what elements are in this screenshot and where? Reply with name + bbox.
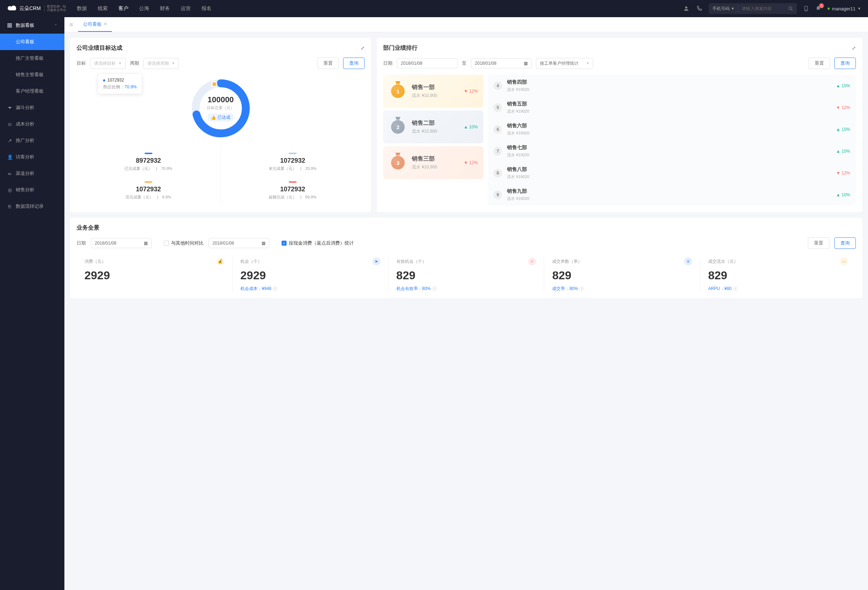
overview-title: 业务全景 xyxy=(77,224,99,232)
tab-company-board[interactable]: 公司看板 ✕ xyxy=(78,17,112,32)
tabbar: 公司看板 ✕ xyxy=(64,17,868,32)
rank-top3: 1销售一部流水 ¥10,900▼ 12%2销售二部流水 ¥10,900▲ 10%… xyxy=(383,75,483,206)
date-from[interactable]: 2018/01/08 xyxy=(397,58,458,68)
topnav-item[interactable]: 线索 xyxy=(98,5,108,12)
stat-type-select[interactable]: 按工单客户经理统计▼ xyxy=(536,58,593,69)
kpi-cell: 成交流水（元）▭829ARPU：¥80 ? xyxy=(700,257,856,292)
overview-card: 业务全景 日期 2018/01/08▦ 与其他时间对比 2018/01/08▦ … xyxy=(70,218,862,298)
topnav-item[interactable]: 运营 xyxy=(181,5,191,12)
sidebar-sub-item[interactable]: 推广主管看板 xyxy=(0,50,64,66)
stats-grid: 8972932已完成量（元） | 70.9%1072932未完成量（元） | 2… xyxy=(77,148,365,205)
overview-date1[interactable]: 2018/01/08▦ xyxy=(91,238,152,248)
query-button[interactable]: 查询 xyxy=(343,57,365,69)
rank-row: 6销售六部流水 ¥19020▲ 10% xyxy=(488,118,856,140)
cash-checkbox[interactable]: ✓按现金消费（返点后消费）统计 xyxy=(282,240,354,246)
calendar-icon: ▦ xyxy=(261,241,266,246)
sidebar-group-dashboard[interactable]: 数据看板 ⌃ xyxy=(0,17,64,34)
sidebar-item[interactable]: ◎销售分析 xyxy=(0,182,64,198)
topbar: 云朵CRM 教育机构一站式服务云平台 数据线索客户公海财务运营报名 手机号码 ▼… xyxy=(0,0,868,17)
sidebar-item[interactable]: ⎘数据流转记录 xyxy=(0,198,64,215)
query-button[interactable]: 查询 xyxy=(834,237,856,249)
period-select[interactable]: 请选择周期▼ xyxy=(143,58,179,69)
mobile-icon[interactable] xyxy=(803,5,809,12)
rank-rest: 4销售四部流水 ¥19020▲ 10%5销售五部流水 ¥19020▼ 12%6销… xyxy=(488,75,856,206)
calendar-icon: ▦ xyxy=(144,241,148,246)
search-group: 手机号码 ▼ xyxy=(709,3,797,14)
topnav-item[interactable]: 公海 xyxy=(139,5,149,12)
svg-rect-6 xyxy=(8,26,9,27)
sidebar-item[interactable]: ⏷漏斗分析 xyxy=(0,99,64,116)
chevron-down-icon: ▼ xyxy=(858,7,861,10)
overview-date2[interactable]: 2018/01/08▦ xyxy=(208,238,269,248)
donut-label: 目标总量（元） xyxy=(207,105,234,110)
topnav-item[interactable]: 客户 xyxy=(118,5,128,12)
date-to[interactable]: 2018/01/08▦ xyxy=(471,58,532,68)
reset-button[interactable]: 重置 xyxy=(317,57,339,69)
expand-icon[interactable]: ⤢ xyxy=(361,46,365,51)
svg-point-3 xyxy=(806,10,806,10)
sidebar-item[interactable]: ∞渠道分析 xyxy=(0,165,64,182)
donut-value: 100000 xyxy=(207,95,234,104)
collapse-sidebar-icon[interactable] xyxy=(69,22,74,27)
topnav-item[interactable]: 数据 xyxy=(77,5,87,12)
main: 公司看板 ✕ 公司业绩目标达成 ⤢ 目标 请选择目标▼ 周期 请选择周期▼ 重置 xyxy=(64,17,868,590)
rank-top-card: 3销售三部流水 ¥10,900▼ 12% xyxy=(383,146,483,179)
target-label: 目标 xyxy=(77,60,86,66)
logo-subtitle: 教育机构一站式服务云平台 xyxy=(44,5,66,12)
stat-cell: 1072932应完成量（元） | 8.9% xyxy=(77,176,221,205)
query-button[interactable]: 查询 xyxy=(834,57,856,69)
rank-row: 7销售七部流水 ¥19020▲ 10% xyxy=(488,140,856,162)
sidebar-sub-item[interactable]: 客户经理看板 xyxy=(0,83,64,99)
kpi-cell: 有效机会（个）✓829机会有效率：80% ? xyxy=(388,257,545,292)
stat-cell: 8972932已完成量（元） | 70.9% xyxy=(77,148,221,176)
rank-card: 部门业绩排行 ⤢ 日期 2018/01/08 至 2018/01/08▦ 按工单… xyxy=(377,38,862,212)
bell-icon[interactable]: 5 xyxy=(815,5,821,12)
sidebar-sub-item[interactable]: 公司看板 xyxy=(0,34,64,50)
stat-cell: 1072932未完成量（元） | 20.9% xyxy=(221,148,365,176)
user-menu[interactable]: manager11 ▼ xyxy=(828,6,861,12)
search-button[interactable] xyxy=(785,6,797,11)
search-type-select[interactable]: 手机号码 ▼ xyxy=(709,6,738,12)
svg-rect-4 xyxy=(8,24,9,25)
chevron-up-icon: ⌃ xyxy=(55,24,57,27)
top-nav: 数据线索客户公海财务运营报名 xyxy=(77,5,683,12)
username: manager11 xyxy=(832,6,855,12)
phone-icon[interactable] xyxy=(696,5,702,12)
sidebar-item[interactable]: ⊙成本分析 xyxy=(0,116,64,132)
donut-status: 👍已达成 xyxy=(207,113,234,122)
expand-icon[interactable]: ⤢ xyxy=(852,46,856,51)
kpi-cell: 成交单数（单）≡829成交率：80% ? xyxy=(544,257,700,292)
tab-label: 公司看板 xyxy=(83,21,102,28)
logo-text: 云朵CRM xyxy=(19,5,41,12)
status-dot xyxy=(828,7,830,10)
topnav-item[interactable]: 报名 xyxy=(201,5,211,12)
sidebar-sub-item[interactable]: 销售主管看板 xyxy=(0,66,64,83)
donut-chart: 1072932 所占比例：70.9% 100000 目标总量（元 xyxy=(77,69,365,148)
reset-button[interactable]: 重置 xyxy=(808,237,830,249)
svg-point-0 xyxy=(685,6,687,9)
reset-button[interactable]: 重置 xyxy=(809,57,830,69)
target-card: 公司业绩目标达成 ⤢ 目标 请选择目标▼ 周期 请选择周期▼ 重置 查询 107… xyxy=(70,38,371,212)
rank-row: 8销售八部流水 ¥19020▼ 12% xyxy=(488,162,856,184)
sidebar-item[interactable]: ↗推广分析 xyxy=(0,132,64,149)
calendar-icon: ▦ xyxy=(524,61,528,66)
compare-checkbox[interactable]: 与其他时间对比 xyxy=(164,240,204,246)
chart-tooltip: 1072932 所占比例：70.9% xyxy=(98,74,142,94)
close-icon[interactable]: ✕ xyxy=(104,22,107,26)
sidebar: 数据看板 ⌃ 公司看板推广主管看板销售主管看板客户经理看板 ⏷漏斗分析⊙成本分析… xyxy=(0,17,64,590)
top-actions: 手机号码 ▼ 5 manager11 ▼ xyxy=(683,3,861,14)
rank-row: 9销售九部流水 ¥19020▲ 10% xyxy=(488,184,856,206)
thumbs-up-icon: 👍 xyxy=(211,115,216,120)
search-input[interactable] xyxy=(738,3,785,14)
sidebar-item[interactable]: 👤访客分析 xyxy=(0,149,64,165)
topnav-item[interactable]: 财务 xyxy=(160,5,170,12)
logo[interactable]: 云朵CRM 教育机构一站式服务云平台 xyxy=(7,4,66,13)
rank-top-card: 2销售二部流水 ¥10,900▲ 10% xyxy=(383,110,483,143)
kpi-row: 消费（元）💰2929机会（个）➤2929机会成本：¥948 ?有效机会（个）✓8… xyxy=(77,257,856,292)
logo-icon xyxy=(7,4,17,13)
rank-card-title: 部门业绩排行 xyxy=(383,44,418,52)
date-label: 日期 xyxy=(383,60,393,66)
target-select[interactable]: 请选择目标▼ xyxy=(90,58,125,69)
user-icon[interactable] xyxy=(683,5,689,12)
rank-row: 5销售五部流水 ¥19020▼ 12% xyxy=(488,97,856,118)
